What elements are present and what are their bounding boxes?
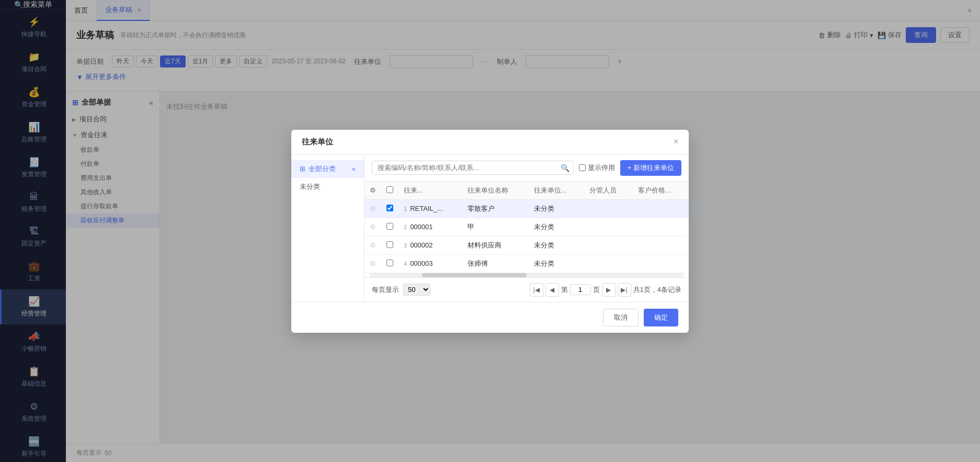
select-all-checkbox[interactable]	[386, 186, 393, 193]
category-all[interactable]: ⊞ 全部分类 «	[291, 160, 364, 178]
row-checkbox[interactable]	[381, 254, 398, 273]
page-label: 第	[561, 285, 568, 295]
row-category: 未分类	[529, 254, 585, 273]
collapse-categories-icon[interactable]: «	[352, 165, 356, 173]
pagination-right: |◀ ◀ 第 页 ▶ ▶| 共1页，4条记录	[530, 283, 681, 297]
modal-body: ⊞ 全部分类 « 未分类 🔍 显示停	[291, 155, 689, 302]
prev-page-button[interactable]: ◀	[545, 283, 559, 297]
partner-modal: 往来单位 × ⊞ 全部分类 « 未分类	[291, 130, 689, 333]
total-records: 共1页，4条记录	[633, 285, 681, 295]
row-manager	[584, 218, 633, 236]
row-name: 甲	[462, 218, 528, 236]
col-category-header: 往来单位...	[529, 182, 585, 200]
confirm-button[interactable]: 确定	[644, 309, 678, 326]
modal-close-button[interactable]: ×	[674, 137, 678, 147]
row-setting: ⚙	[364, 218, 381, 236]
row-price	[633, 254, 689, 273]
category-uncategorized[interactable]: 未分类	[291, 178, 364, 196]
modal-overlay: 往来单位 × ⊞ 全部分类 « 未分类	[0, 0, 980, 462]
modal-toolbar: 🔍 显示停用 + 新增往来单位	[364, 155, 689, 182]
add-partner-button[interactable]: + 新增往来单位	[620, 160, 681, 176]
first-page-button[interactable]: |◀	[530, 283, 543, 297]
row-category: 未分类	[529, 218, 585, 236]
table-row[interactable]: ⚙ 2000001 甲 未分类	[364, 218, 689, 236]
row-price	[633, 236, 689, 254]
row-name: 张师傅	[462, 254, 528, 273]
row-num: 4000003	[398, 254, 462, 273]
modal-categories: ⊞ 全部分类 « 未分类	[291, 155, 364, 302]
col-code-header: 往来...	[398, 182, 462, 200]
partner-table: ⚙ 往来... 往来单位名称 往来单位...	[364, 182, 689, 273]
table-row[interactable]: ⚙ 4000003 张师傅 未分类	[364, 254, 689, 273]
row-price	[633, 218, 689, 236]
horizontal-scrollbar[interactable]	[370, 273, 683, 277]
row-manager	[584, 199, 633, 218]
row-manager	[584, 236, 633, 254]
row-setting: ⚙	[364, 236, 381, 254]
modal-pagination: 每页显示 50 100 |◀ ◀ 第 页 ▶ ▶| 共	[364, 277, 689, 302]
last-page-button[interactable]: ▶|	[618, 283, 631, 297]
modal-right: 🔍 显示停用 + 新增往来单位 ⚙	[364, 155, 689, 302]
col-manager-header: 分管人员	[584, 182, 633, 200]
modal-header: 往来单位 ×	[291, 130, 689, 155]
row-checkbox[interactable]	[381, 236, 398, 254]
col-name-header: 往来单位名称	[462, 182, 528, 200]
row-num: 2000001	[398, 218, 462, 236]
modal-title: 往来单位	[302, 137, 333, 147]
table-header-row: ⚙ 往来... 往来单位名称 往来单位...	[364, 182, 689, 200]
row-checkbox[interactable]	[381, 199, 398, 218]
show-disabled-checkbox[interactable]: 显示停用	[579, 163, 615, 173]
col-check	[381, 182, 398, 200]
next-page-button[interactable]: ▶	[602, 283, 616, 297]
table-row[interactable]: ⚙ 1RETAIL_... 零散客户 未分类	[364, 199, 689, 218]
search-icon: 🔍	[561, 164, 569, 172]
scrollbar-thumb[interactable]	[422, 273, 527, 277]
page-number-input[interactable]	[570, 284, 591, 295]
per-page-select[interactable]: 50 100	[403, 284, 430, 296]
row-checkbox[interactable]	[381, 218, 398, 236]
pagination-left: 每页显示 50 100	[372, 284, 430, 296]
modal-footer: 取消 确定	[291, 302, 689, 333]
row-setting: ⚙	[364, 199, 381, 218]
row-name: 零散客户	[462, 199, 528, 218]
table-row[interactable]: ⚙ 3000002 材料供应商 未分类	[364, 236, 689, 254]
col-setting: ⚙	[364, 182, 381, 200]
row-category: 未分类	[529, 199, 585, 218]
cancel-button[interactable]: 取消	[603, 309, 639, 326]
per-page-label: 每页显示	[372, 285, 399, 295]
grid-icon: ⊞	[300, 165, 305, 173]
row-num: 3000002	[398, 236, 462, 254]
row-setting: ⚙	[364, 254, 381, 273]
modal-table: ⚙ 往来... 往来单位名称 往来单位...	[364, 182, 689, 273]
page-suffix: 页	[593, 285, 600, 295]
search-wrapper: 🔍	[372, 161, 574, 175]
row-price	[633, 199, 689, 218]
row-category: 未分类	[529, 236, 585, 254]
row-manager	[584, 254, 633, 273]
row-name: 材料供应商	[462, 236, 528, 254]
col-price-header: 客户价格...	[633, 182, 689, 200]
disabled-checkbox[interactable]	[579, 164, 586, 171]
partner-search-input[interactable]	[372, 161, 574, 175]
row-num: 1RETAIL_...	[398, 199, 462, 218]
